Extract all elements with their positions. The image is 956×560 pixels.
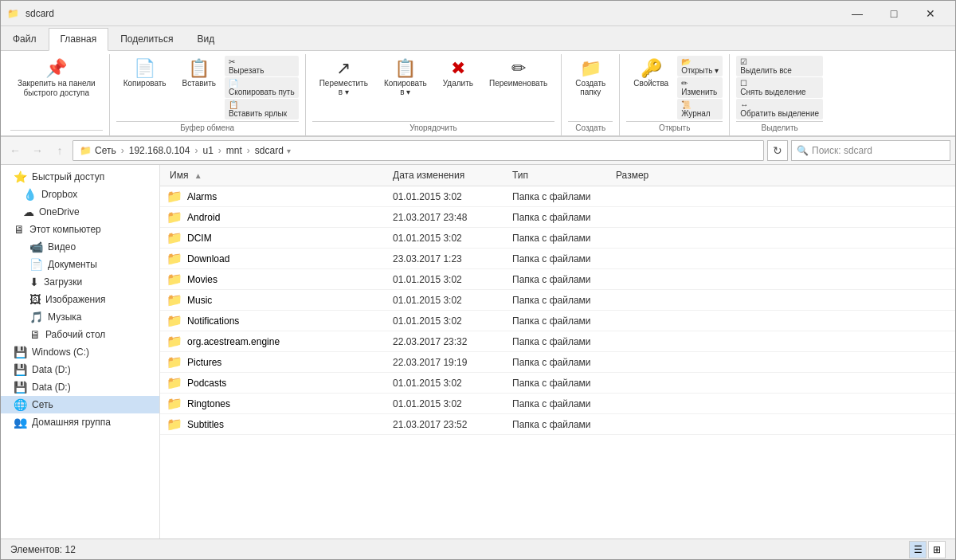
view-large-icons-button[interactable]: ⊞: [928, 541, 946, 558]
deselect-icon: ☐: [740, 79, 747, 88]
sidebar-label-desktop: Рабочий стол: [45, 329, 105, 340]
file-name-cell: 📁 org.acestream.engine: [167, 334, 390, 349]
forward-button[interactable]: →: [28, 141, 47, 160]
tab-home[interactable]: Главная: [49, 28, 109, 51]
folder-icon: 📁: [167, 396, 182, 411]
sidebar-item-data-d2[interactable]: 💾 Data (D:): [1, 378, 159, 396]
file-name: Pictures: [187, 357, 221, 368]
tab-view[interactable]: Вид: [185, 28, 226, 50]
file-row[interactable]: 📁 DCIM 01.01.2015 3:02 Папка с файлами: [160, 228, 955, 249]
file-date: 22.03.2017 19:19: [390, 357, 509, 368]
open-button[interactable]: 📂Открыть ▾: [677, 56, 723, 76]
main-window: 📁 sdcard — □ ✕ Файл Главная Поделиться В…: [0, 0, 956, 560]
close-button[interactable]: ✕: [912, 1, 949, 26]
sidebar-item-dropbox[interactable]: 💧 Dropbox: [1, 186, 159, 203]
file-list-header: Имя ▲ Дата изменения Тип Размер: [160, 165, 955, 186]
copy-path-button[interactable]: 📄Скопировать путь: [225, 77, 299, 98]
col-header-name[interactable]: Имя ▲: [167, 168, 390, 182]
new-folder-button[interactable]: 📁 Создатьпапку: [568, 56, 613, 100]
copy-button[interactable]: 📄 Копировать: [116, 56, 174, 92]
file-type: Папка с файлами: [509, 378, 613, 389]
search-box[interactable]: 🔍 Поиск: sdcard: [791, 140, 950, 161]
tab-file[interactable]: Файл: [1, 28, 49, 50]
view-details-button[interactable]: ☰: [909, 541, 927, 558]
organize-label: Упорядочить: [312, 121, 555, 135]
col-header-size[interactable]: Размер: [613, 168, 692, 182]
ribbon-group-open: 🔑 Свойства 📂Открыть ▾ ✏Изменить 📜Журнал: [620, 54, 730, 135]
minimize-button[interactable]: —: [839, 1, 876, 26]
sidebar-item-thispc[interactable]: 🖥 Этот компьютер: [1, 221, 159, 238]
up-button[interactable]: ↑: [50, 141, 69, 160]
sidebar-label-data-d1: Data (D:): [32, 364, 71, 375]
sidebar-label-music: Музыка: [48, 311, 81, 323]
sidebar-item-onedrive[interactable]: ☁ OneDrive: [1, 203, 159, 221]
move-button[interactable]: ↗ Переместитьв ▾: [312, 56, 375, 100]
window-icon: 📁: [7, 8, 19, 19]
properties-button[interactable]: 🔑 Свойства: [626, 56, 676, 92]
open-small-group: 📂Открыть ▾ ✏Изменить 📜Журнал: [677, 56, 723, 119]
invert-select-button[interactable]: ↔Обратить выделение: [736, 99, 823, 119]
paste-button[interactable]: 📋 Вставить: [175, 56, 223, 92]
sidebar-item-quick-access[interactable]: ⭐ Быстрый доступ: [1, 168, 159, 186]
rename-button[interactable]: ✏ Переименовать: [482, 56, 554, 92]
edit-button[interactable]: ✏Изменить: [677, 77, 723, 98]
file-row[interactable]: 📁 Notifications 01.01.2015 3:02 Папка с …: [160, 311, 955, 331]
delete-label: Удалить: [443, 79, 473, 88]
sidebar-item-data-d1[interactable]: 💾 Data (D:): [1, 361, 159, 378]
ribbon-group-select: ☑Выделить все ☐Снять выделение ↔Обратить…: [730, 54, 829, 135]
sidebar-item-homegroup[interactable]: 👥 Домашняя группа: [1, 413, 159, 431]
file-row[interactable]: 📁 Subtitles 21.03.2017 23:52 Папка с фай…: [160, 414, 955, 435]
col-header-type[interactable]: Тип: [509, 168, 613, 182]
main-container: ⭐ Быстрый доступ 💧 Dropbox ☁ OneDrive 🖥 …: [1, 165, 955, 538]
file-type: Папка с файлами: [509, 253, 613, 264]
select-label: Выделить: [736, 121, 823, 135]
file-date: 01.01.2015 3:02: [390, 274, 509, 285]
history-button[interactable]: 📜Журнал: [677, 99, 723, 119]
file-row[interactable]: 📁 Download 23.03.2017 1:23 Папка с файла…: [160, 249, 955, 269]
select-all-button[interactable]: ☑Выделить все: [736, 56, 823, 76]
sidebar-item-downloads[interactable]: ⬇ Загрузки: [1, 273, 159, 291]
file-type: Папка с файлами: [509, 191, 613, 202]
folder-icon: 📁: [167, 334, 182, 349]
file-row[interactable]: 📁 org.acestream.engine 22.03.2017 23:32 …: [160, 331, 955, 352]
data-d1-icon: 💾: [14, 363, 27, 376]
cut-button[interactable]: ✂Вырезать: [225, 56, 299, 76]
paste-shortcut-button[interactable]: 📋Вставить ярлык: [225, 99, 299, 119]
maximize-button[interactable]: □: [876, 1, 912, 26]
file-date: 21.03.2017 23:48: [390, 212, 509, 223]
file-name-cell: 📁 Alarms: [167, 189, 390, 204]
file-row[interactable]: 📁 Movies 01.01.2015 3:02 Папка с файлами: [160, 269, 955, 290]
sidebar-item-images[interactable]: 🖼 Изображения: [1, 291, 159, 308]
file-name: Movies: [187, 274, 217, 285]
sidebar-item-desktop[interactable]: 🖥 Рабочий стол: [1, 326, 159, 343]
copyto-button[interactable]: 📋 Копироватьв ▾: [377, 56, 434, 100]
pin-button[interactable]: 📌 Закрепить на панелибыстрого доступа: [10, 56, 103, 102]
address-box[interactable]: 📁 Сеть › 192.168.0.104 › u1 › mnt › sdca…: [72, 140, 764, 161]
file-date: 01.01.2015 3:02: [390, 295, 509, 306]
col-header-date[interactable]: Дата изменения: [390, 168, 509, 182]
back-button[interactable]: ←: [6, 141, 25, 160]
file-row[interactable]: 📁 Android 21.03.2017 23:48 Папка с файла…: [160, 207, 955, 228]
file-type: Папка с файлами: [509, 212, 613, 223]
sidebar-item-network[interactable]: 🌐 Сеть: [1, 396, 159, 413]
copy-icon: 📄: [134, 60, 155, 77]
sidebar-item-docs[interactable]: 📄 Документы: [1, 256, 159, 273]
file-rows-container: 📁 Alarms 01.01.2015 3:02 Папка с файлами…: [160, 186, 955, 435]
file-name-cell: 📁 Subtitles: [167, 417, 390, 432]
sidebar-item-video[interactable]: 📹 Видео: [1, 238, 159, 256]
sidebar-label-onedrive: OneDrive: [39, 206, 80, 217]
deselect-button[interactable]: ☐Снять выделение: [736, 77, 823, 98]
file-type: Папка с файлами: [509, 315, 613, 327]
sidebar-item-music[interactable]: 🎵 Музыка: [1, 308, 159, 326]
file-row[interactable]: 📁 Podcasts 01.01.2015 3:02 Папка с файла…: [160, 373, 955, 394]
file-row[interactable]: 📁 Alarms 01.01.2015 3:02 Папка с файлами: [160, 186, 955, 207]
refresh-button[interactable]: ↻: [767, 140, 788, 161]
delete-button[interactable]: ✖ Удалить: [436, 56, 480, 92]
onedrive-icon: ☁: [23, 206, 34, 218]
tab-share[interactable]: Поделиться: [108, 28, 185, 50]
sidebar-item-windows-c[interactable]: 💾 Windows (C:): [1, 343, 159, 361]
file-row[interactable]: 📁 Pictures 22.03.2017 19:19 Папка с файл…: [160, 352, 955, 373]
homegroup-icon: 👥: [14, 416, 27, 429]
file-row[interactable]: 📁 Music 01.01.2015 3:02 Папка с файлами: [160, 290, 955, 311]
file-row[interactable]: 📁 Ringtones 01.01.2015 3:02 Папка с файл…: [160, 394, 955, 414]
